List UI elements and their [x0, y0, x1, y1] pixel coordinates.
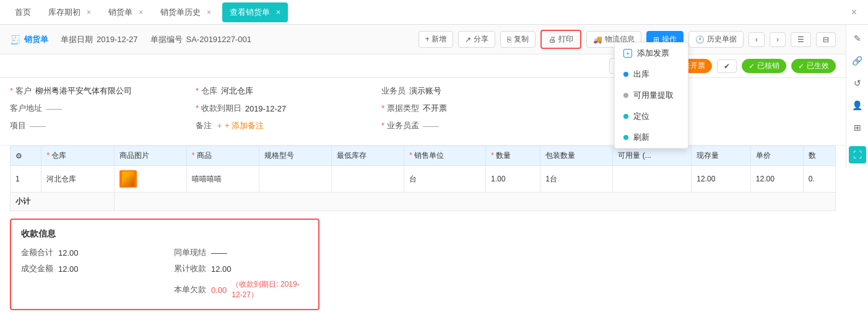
tab-home[interactable]: 首页 — [6, 0, 40, 25]
sidebar-user-icon[interactable]: 👤 — [849, 97, 866, 114]
form-section: 客户 柳州粤港平安气体有限公司 仓库 河北仓库 业务员 演示账号 客户地址 —— — [0, 78, 846, 145]
sidebar-edit-icon[interactable]: ✎ — [849, 30, 866, 47]
doc-icon: 🧾 — [10, 35, 20, 45]
warehouse-field: 仓库 河北仓库 — [196, 85, 357, 97]
col-pack-qty: 包装数量 — [540, 146, 613, 166]
view-list-button[interactable]: ☰ — [791, 32, 811, 47]
cell-unit-price: 12.00 — [750, 166, 803, 193]
payment-transaction: 成交金额 12.00 — [21, 263, 155, 274]
dropdown-outbound[interactable]: 出库 — [615, 64, 688, 85]
payment-cumulative: 累计收款 12.00 — [174, 263, 308, 274]
col-amount: 数 — [803, 146, 835, 166]
doc-date-value: 2019-12-27 — [97, 35, 138, 44]
print-icon: 🖨 — [549, 35, 556, 44]
cell-warehouse: 河北仓库 — [41, 166, 114, 193]
payment-current-due-value: 0.00 — [211, 285, 227, 295]
dropdown-add-invoice[interactable]: + 添加发票 — [615, 43, 688, 64]
tab-inventory-init-label: 库存期初 — [48, 0, 80, 25]
sidebar-expand-icon[interactable]: ⛶ — [849, 146, 866, 163]
tab-inventory-init-close[interactable]: × — [87, 0, 91, 25]
due-date-field: 收款到期日 2019-12-27 — [196, 103, 357, 114]
cell-spec — [259, 166, 331, 193]
subtotal-values — [114, 193, 835, 211]
copy-button[interactable]: ⎘ 复制 — [500, 31, 536, 48]
payment-current-due: 本单欠款 0.00 （收款到期日: 2019-12-27） — [174, 279, 308, 300]
sidebar-link-icon[interactable]: 🔗 — [849, 52, 866, 69]
tab-view-sales-label: 查看销货单 — [230, 2, 270, 22]
col-current-stock: 现存量 — [692, 146, 751, 166]
payment-cumulative-value: 12.00 — [211, 264, 232, 274]
share-button[interactable]: ↗ 分享 — [458, 31, 495, 48]
due-date-label: 收款到期日 — [196, 103, 241, 114]
doc-date-label: 单据日期 — [61, 34, 93, 45]
warehouse-value: 河北仓库 — [221, 85, 253, 97]
cell-no: 1 — [11, 166, 41, 193]
add-note-button[interactable]: ＋ + 添加备注 — [215, 120, 264, 131]
effective-check-icon: ✓ — [798, 62, 804, 71]
payment-total-value: 12.00 — [58, 248, 79, 258]
doc-title: 🧾 销货单 — [10, 34, 48, 45]
form-row-3: 项目 —— 备注 ＋ + 添加备注 业务员孟 —— — [10, 120, 836, 131]
tab-sales-history[interactable]: 销货单历史 × — [152, 0, 220, 25]
payment-grid: 金额合计 12.00 同单现结 —— 成交金额 12.00 累计收款 12.00… — [21, 247, 308, 300]
project-field: 项目 —— — [10, 120, 171, 131]
print-button-wrapper: 🖨 打印 — [540, 30, 581, 49]
view-grid-button[interactable]: ⊟ — [816, 32, 836, 47]
payment-current-due-label: 本单欠款 — [174, 284, 206, 295]
checked-button[interactable]: ✓ 已核销 — [742, 59, 786, 73]
tab-inventory-init[interactable]: 库存期初 × — [40, 0, 100, 25]
table-subtotal-row: 小计 — [11, 193, 836, 211]
project-label: 项目 — [10, 120, 26, 131]
sidebar-rotate-icon[interactable]: ↺ — [849, 74, 866, 92]
cell-amount: 0. — [803, 166, 835, 193]
window-close-button[interactable]: × — [846, 7, 862, 18]
customer-label: 客户 — [10, 85, 32, 97]
print-button[interactable]: 🖨 打印 — [542, 32, 579, 47]
new-button[interactable]: + 新增 — [419, 31, 453, 48]
cell-min-stock — [332, 166, 404, 193]
doc-meta: 单据日期 2019-12-27 单据编号 SA-20191227-001 — [61, 34, 251, 45]
staff-field: 业务员 演示账号 — [381, 85, 542, 97]
doc-header: 🧾 销货单 单据日期 2019-12-27 单据编号 SA-20191227-0… — [0, 25, 846, 54]
table-section: ⚙ 仓库 商品图片 商品 规格型号 最低库存 销售单位 数量 包装数量 可用量 … — [0, 145, 846, 211]
outbound-label: 出库 — [633, 69, 649, 80]
cell-product-img — [114, 166, 186, 193]
form-row-2: 客户地址 —— 收款到期日 2019-12-27 票据类型 不开票 — [10, 103, 836, 114]
refresh-label: 刷新 — [633, 132, 649, 143]
sidebar-grid-icon[interactable]: ⊞ — [849, 119, 866, 136]
table-row: 1 河北仓库 嘻嘻嘻嘻 台 1.00 1台 — [11, 166, 836, 193]
cell-product: 嘻嘻嘻嘻 — [186, 166, 259, 193]
share-icon: ↗ — [465, 35, 471, 44]
effective-button[interactable]: ✓ 已生效 — [791, 59, 836, 73]
payment-title: 收款信息 — [21, 228, 308, 240]
nav-prev-button[interactable]: ‹ — [749, 32, 765, 47]
col-warehouse: 仓库 — [41, 146, 114, 166]
dropdown-refresh[interactable]: 刷新 — [615, 127, 688, 148]
col-settings: ⚙ — [11, 146, 41, 166]
history-button[interactable]: 🕐 历史单据 — [688, 31, 744, 48]
tab-view-sales-close[interactable]: × — [276, 2, 280, 22]
ticket-field: 票据类型 不开票 — [381, 103, 542, 114]
sales-staff-value: —— — [423, 121, 439, 131]
col-min-stock: 最低库存 — [332, 146, 404, 166]
staff-label: 业务员 — [381, 85, 406, 97]
tab-view-sales[interactable]: 查看销货单 × — [222, 2, 288, 22]
tab-sales-order[interactable]: 销货单 × — [100, 0, 152, 25]
payment-same-order-label: 同单现结 — [174, 247, 206, 258]
nav-next-button[interactable]: › — [770, 32, 786, 47]
dropdown-locate[interactable]: 定位 — [615, 106, 688, 127]
address-label: 客户地址 — [10, 103, 42, 114]
note-field: 备注 ＋ + 添加备注 — [196, 120, 357, 131]
dropdown-available-qty[interactable]: 可用量提取 — [615, 85, 688, 106]
tab-sales-order-close[interactable]: × — [139, 0, 143, 25]
add-invoice-icon: + — [623, 49, 632, 58]
check-icon-button[interactable]: ✔ — [717, 59, 737, 73]
subtotal-label: 小计 — [11, 193, 115, 211]
cell-current-stock: 12.00 — [692, 166, 751, 193]
ticket-value: 不开票 — [423, 103, 447, 114]
outbound-icon — [623, 72, 628, 77]
tab-sales-history-close[interactable]: × — [207, 0, 211, 25]
address-field: 客户地址 —— — [10, 103, 171, 114]
operate-dropdown: + 添加发票 出库 可用量提取 定位 刷新 — [614, 42, 688, 149]
table-header-row: ⚙ 仓库 商品图片 商品 规格型号 最低库存 销售单位 数量 包装数量 可用量 … — [11, 146, 836, 166]
